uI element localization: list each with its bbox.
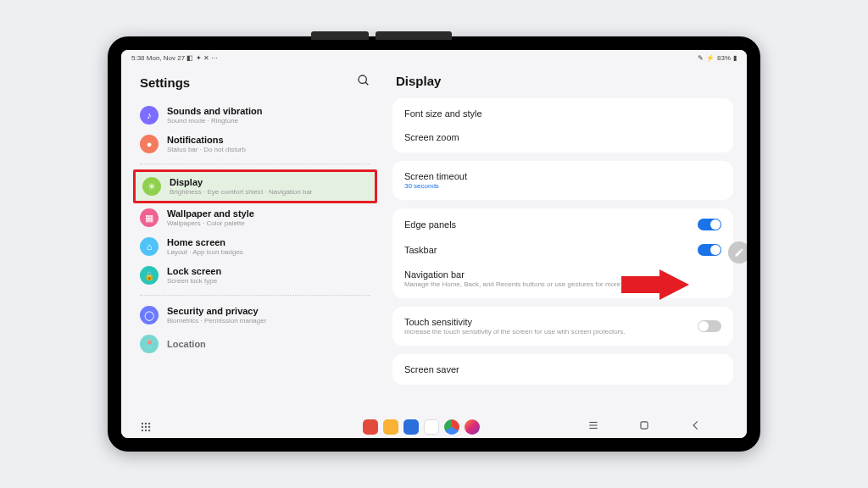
row-sub: Increase the touch sensitivity of the sc… <box>404 328 691 336</box>
back-button[interactable] <box>690 419 702 435</box>
sun-icon: ☀ <box>142 177 161 196</box>
touch-sensitivity-toggle[interactable] <box>698 320 721 332</box>
recents-button[interactable] <box>587 419 599 435</box>
location-icon: 📍 <box>140 335 159 353</box>
battery-text: 83% <box>717 54 731 62</box>
sidebar-item-label: Notifications <box>167 135 370 145</box>
svg-point-5 <box>148 423 150 424</box>
sidebar-item-label: Security and privacy <box>167 306 370 316</box>
pencil-icon <box>734 247 744 258</box>
highlight-annotation: ☀ Display Brightness · Eye comfort shiel… <box>133 169 377 203</box>
sidebar-item-sub: Wallpapers · Color palette <box>167 219 370 227</box>
sidebar-item-sub: Biometrics · Permission manager <box>167 317 370 324</box>
row-title: Screen zoom <box>404 132 715 142</box>
sidebar-item-display[interactable]: ☀ Display Brightness · Eye comfort shiel… <box>139 174 371 199</box>
status-bar: 5:38 Mon, Nov 27 ◧ ✦ ✕ ⋯ ✎ ⚡ 83% ▮ <box>121 50 747 65</box>
row-screen-timeout[interactable]: Screen timeout 30 seconds <box>392 164 733 197</box>
sidebar-item-sub: Screen lock type <box>167 277 370 285</box>
app-icon-chrome[interactable] <box>444 419 459 435</box>
sidebar-item-label: Home screen <box>167 237 370 247</box>
row-screen-saver[interactable]: Screen saver <box>392 358 733 381</box>
screen: 5:38 Mon, Nov 27 ◧ ✦ ✕ ⋯ ✎ ⚡ 83% ▮ Setti… <box>121 50 747 438</box>
row-title: Screen saver <box>404 364 715 374</box>
lock-icon: 🔒 <box>140 266 159 285</box>
svg-point-10 <box>145 430 147 431</box>
arrow-annotation <box>621 269 689 303</box>
status-left: 5:38 Mon, Nov 27 ◧ ✦ ✕ ⋯ <box>131 54 218 62</box>
status-time-date: 5:38 Mon, Nov 27 <box>131 54 186 62</box>
svg-point-11 <box>148 430 150 431</box>
divider <box>140 295 370 296</box>
card-group: Screen timeout 30 seconds <box>392 161 733 200</box>
page-title: Settings <box>140 75 190 90</box>
sidebar-item-sub: Brightness · Eye comfort shield · Naviga… <box>170 188 368 196</box>
sidebar-item-home-screen[interactable]: ⌂ Home screen Layout · App icon badges <box>133 232 377 261</box>
home-icon: ⌂ <box>140 237 159 256</box>
app-icon-calendar[interactable] <box>403 419 419 435</box>
navigation-bar <box>121 416 747 438</box>
search-button[interactable] <box>357 74 370 91</box>
status-right: ✎ ⚡ 83% ▮ <box>698 54 737 62</box>
sound-icon: ♪ <box>140 106 159 125</box>
home-button[interactable] <box>638 419 650 435</box>
panel-title: Display <box>392 70 733 98</box>
camera-notch <box>311 31 452 40</box>
app-icon-6[interactable] <box>465 419 480 435</box>
divider <box>140 164 370 164</box>
sidebar-item-sub: Status bar · Do not disturb <box>167 146 370 153</box>
edge-panels-toggle[interactable] <box>698 219 721 230</box>
sidebar-item-label: Wallpaper and style <box>167 208 370 219</box>
svg-point-4 <box>145 423 147 424</box>
row-font-size[interactable]: Font size and style <box>392 102 733 125</box>
sidebar-item-label: Location <box>167 339 370 349</box>
row-edge-panels[interactable]: Edge panels <box>392 212 733 237</box>
row-title: Touch sensitivity <box>404 317 691 327</box>
shield-icon: ◯ <box>140 306 159 324</box>
row-title: Screen timeout <box>404 171 715 181</box>
svg-point-8 <box>148 426 150 428</box>
sidebar-item-sub: Sound mode · Ringtone <box>167 117 370 125</box>
bell-icon: ● <box>140 135 159 153</box>
row-title: Edge panels <box>404 219 691 230</box>
svg-point-3 <box>142 423 143 424</box>
sidebar-item-security[interactable]: ◯ Security and privacy Biometrics · Perm… <box>133 301 377 330</box>
status-icons: ◧ ✦ ✕ ⋯ <box>186 54 218 62</box>
row-screen-zoom[interactable]: Screen zoom <box>392 125 733 149</box>
row-taskbar[interactable]: Taskbar <box>392 237 733 263</box>
search-icon <box>357 74 370 87</box>
row-touch-sensitivity[interactable]: Touch sensitivity Increase the touch sen… <box>392 310 733 342</box>
sidebar-item-lock-screen[interactable]: 🔒 Lock screen Screen lock type <box>133 261 377 290</box>
palette-icon: ▦ <box>140 208 159 227</box>
settings-sidebar: Settings ♪ Sounds and vibration Sound mo… <box>121 65 384 438</box>
card-group: Screen saver <box>392 354 733 385</box>
svg-point-6 <box>142 426 143 428</box>
sidebar-item-label: Sounds and vibration <box>167 106 370 116</box>
taskbar-toggle[interactable] <box>698 244 721 256</box>
edge-panel-handle[interactable] <box>728 241 747 263</box>
sidebar-item-sub: Layout · App icon badges <box>167 248 370 256</box>
svg-point-9 <box>142 430 143 431</box>
row-title: Font size and style <box>404 108 715 119</box>
sidebar-item-label: Display <box>170 177 368 187</box>
sidebar-item-label: Lock screen <box>167 266 370 276</box>
apps-button[interactable] <box>140 421 152 433</box>
svg-point-7 <box>145 426 147 428</box>
svg-line-1 <box>365 82 368 85</box>
sidebar-item-location[interactable]: 📍 Location <box>133 330 377 358</box>
sidebar-item-wallpaper[interactable]: ▦ Wallpaper and style Wallpapers · Color… <box>133 203 377 232</box>
sidebar-item-sounds[interactable]: ♪ Sounds and vibration Sound mode · Ring… <box>133 101 377 130</box>
app-icon-2[interactable] <box>383 419 398 435</box>
row-value: 30 seconds <box>404 182 715 190</box>
app-icon-4[interactable] <box>424 419 439 435</box>
svg-rect-15 <box>641 422 648 429</box>
row-title: Taskbar <box>404 245 691 255</box>
app-icon-1[interactable] <box>363 419 378 435</box>
tablet-frame: 5:38 Mon, Nov 27 ◧ ✦ ✕ ⋯ ✎ ⚡ 83% ▮ Setti… <box>108 36 760 452</box>
card-group: Font size and style Screen zoom <box>392 98 733 152</box>
battery-icon: ▮ <box>733 54 737 62</box>
svg-marker-2 <box>621 269 689 300</box>
sidebar-item-notifications[interactable]: ● Notifications Status bar · Do not dist… <box>133 130 377 158</box>
display-panel: Display Font size and style Screen zoom … <box>384 65 747 438</box>
pen-icon: ✎ <box>698 54 704 62</box>
card-group: Touch sensitivity Increase the touch sen… <box>392 307 733 346</box>
